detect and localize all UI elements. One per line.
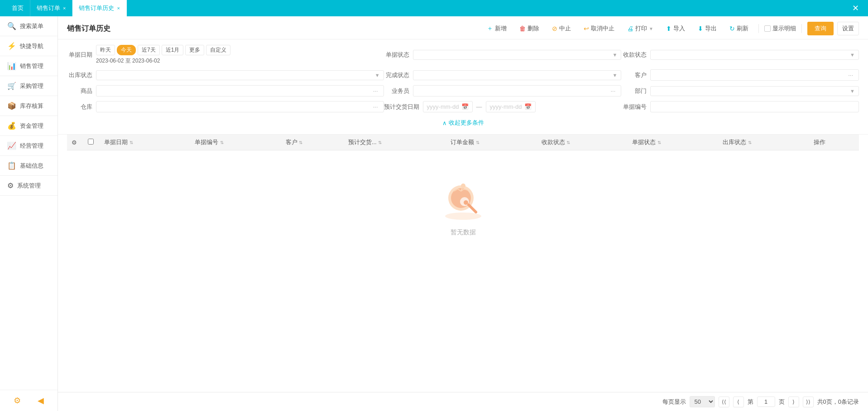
expected-date-start[interactable]: yyyy-mm-dd 📅: [423, 101, 473, 112]
outbound-status-select[interactable]: ▼: [96, 70, 384, 80]
tab-home[interactable]: 首页: [5, 0, 30, 16]
goods-input[interactable]: [100, 87, 369, 94]
window-close-button[interactable]: ✕: [849, 3, 863, 13]
bill-no-input[interactable]: [650, 101, 859, 112]
sidebar-item-ops-mgmt[interactable]: 📈 经营管理: [0, 136, 58, 156]
purchase-mgmt-icon: 🛒: [7, 82, 16, 90]
sidebar-item-sys-mgmt[interactable]: ⚙ 系统管理: [0, 176, 58, 196]
sidebar-settings-icon[interactable]: ⚙: [14, 396, 21, 406]
th-order-amount[interactable]: 订单金额 ⇅: [446, 135, 537, 150]
customer-ellipsis-icon[interactable]: ···: [846, 72, 855, 78]
sidebar-item-quick-nav-label: 快捷导航: [20, 42, 43, 50]
th-bill-date[interactable]: 单据日期 ⇅: [100, 135, 190, 150]
th-bill-no-label: 单据编号: [195, 139, 218, 145]
sidebar-collapse-icon[interactable]: ◀: [38, 396, 44, 406]
receipt-status-select[interactable]: ▼: [650, 50, 859, 60]
tab-sales-order[interactable]: 销售订单 ×: [30, 0, 72, 16]
dept-select[interactable]: ▼: [650, 86, 859, 96]
th-bill-no[interactable]: 单据编号 ⇅: [190, 135, 281, 150]
salesperson-ellipsis-icon[interactable]: ···: [609, 87, 617, 94]
th-outbound-status[interactable]: 出库状态 ⇅: [718, 135, 809, 150]
refresh-icon: ↻: [729, 25, 735, 32]
expected-date-start-text: yyyy-mm-dd: [427, 103, 459, 110]
import-label: 导入: [673, 24, 685, 33]
page-input[interactable]: [757, 396, 775, 407]
sidebar-item-inventory-mgmt[interactable]: 📦 库存核算: [0, 96, 58, 116]
main-layout: 🔍 搜索菜单 ⚡ 快捷导航 📊 销售管理 🛒 采购管理 📦 库存核算 💰 资金管…: [0, 16, 868, 411]
warehouse-ellipsis-icon[interactable]: ···: [371, 103, 380, 110]
expected-date-range: yyyy-mm-dd 📅 — yyyy-mm-dd 📅: [423, 101, 536, 112]
query-button[interactable]: 查询: [807, 22, 834, 35]
dept-chevron: ▼: [850, 88, 855, 94]
print-dropdown-icon: ▼: [649, 26, 653, 31]
sort-outbound-status-icon: ⇅: [748, 140, 752, 145]
add-button[interactable]: ＋ 新增: [482, 22, 511, 35]
complete-status-label: 完成状态: [384, 71, 409, 79]
export-button[interactable]: ⬇ 导出: [693, 22, 721, 35]
stop-icon: ⊘: [552, 25, 557, 32]
sidebar-item-sales-mgmt[interactable]: 📊 销售管理: [0, 56, 58, 76]
collapse-row[interactable]: ∧ 收起更多条件: [67, 117, 859, 129]
prev-page-button[interactable]: ⟨: [733, 396, 744, 407]
date-btn-today[interactable]: 今天: [117, 45, 136, 55]
sidebar-item-search-menu[interactable]: 🔍 搜索菜单: [0, 16, 58, 36]
next-page-button[interactable]: ⟩: [788, 396, 799, 407]
outbound-status-label: 出库状态: [67, 71, 92, 79]
bill-status-select[interactable]: ▼: [413, 50, 622, 60]
settings-icon[interactable]: ⚙: [72, 139, 77, 146]
sidebar-item-purchase-mgmt[interactable]: 🛒 采购管理: [0, 76, 58, 96]
cancel-stop-button[interactable]: ↩ 取消中止: [579, 22, 619, 35]
date-range-display: 2023-06-02 至 2023-06-02: [96, 57, 230, 65]
sidebar-item-quick-nav[interactable]: ⚡ 快捷导航: [0, 36, 58, 56]
sidebar-item-purchase-mgmt-label: 采购管理: [20, 82, 43, 90]
customer-input-container[interactable]: ···: [650, 69, 859, 81]
tab-sales-order-label: 销售订单: [37, 4, 60, 12]
th-receipt-status-label: 收款状态: [542, 139, 565, 145]
warehouse-input[interactable]: [100, 103, 369, 110]
sidebar-item-fund-mgmt[interactable]: 💰 资金管理: [0, 116, 58, 136]
complete-status-select[interactable]: ▼: [413, 70, 622, 80]
goods-ellipsis-icon[interactable]: ···: [371, 87, 380, 94]
th-expected-date[interactable]: 预计交货... ⇅: [344, 135, 446, 150]
th-customer[interactable]: 客户 ⇅: [281, 135, 344, 150]
calendar-start-icon[interactable]: 📅: [461, 103, 469, 110]
select-all-checkbox[interactable]: [88, 139, 94, 145]
th-receipt-status[interactable]: 收款状态 ⇅: [537, 135, 628, 150]
settings-button[interactable]: 设置: [837, 22, 859, 35]
receipt-status-chevron: ▼: [850, 52, 855, 58]
per-page-select[interactable]: 50 10 20 100: [690, 396, 715, 407]
date-btn-custom[interactable]: 自定义: [206, 45, 230, 55]
tab-sales-order-history-close[interactable]: ×: [117, 5, 120, 11]
date-btn-yesterday[interactable]: 昨天: [96, 45, 115, 55]
stop-button[interactable]: ⊘ 中止: [547, 22, 575, 35]
display-detail-label: 显示明细: [764, 24, 796, 33]
date-btn-more[interactable]: 更多: [185, 45, 204, 55]
refresh-button[interactable]: ↻ 刷新: [725, 22, 753, 35]
toolbar: ＋ 新增 🗑 删除 ⊘ 中止 ↩ 取消中止 🖨 打印: [482, 22, 859, 35]
import-button[interactable]: ⬆ 导入: [662, 22, 690, 35]
date-btn-7days[interactable]: 近7天: [138, 45, 160, 55]
sidebar-item-basic-info[interactable]: 📋 基础信息: [0, 156, 58, 176]
display-detail-checkbox[interactable]: [764, 25, 771, 32]
salesperson-input-container[interactable]: ···: [413, 85, 622, 97]
warehouse-input-container[interactable]: ···: [96, 101, 384, 112]
bill-status-label: 单据状态: [384, 51, 409, 59]
expected-date-end[interactable]: yyyy-mm-dd 📅: [486, 101, 536, 112]
tab-sales-order-close[interactable]: ×: [63, 5, 66, 11]
customer-label: 客户: [621, 71, 647, 79]
first-page-button[interactable]: ⟨⟨: [719, 396, 729, 407]
delete-button[interactable]: 🗑 删除: [515, 22, 544, 35]
th-settings: ⚙: [67, 135, 83, 150]
display-detail-text: 显示明细: [772, 24, 796, 33]
tab-sales-order-history[interactable]: 销售订单历史 ×: [72, 0, 126, 16]
print-button[interactable]: 🖨 打印 ▼: [623, 22, 658, 35]
last-page-button[interactable]: ⟩⟩: [803, 396, 814, 407]
customer-input[interactable]: [654, 72, 844, 78]
calendar-end-icon[interactable]: 📅: [524, 103, 532, 110]
salesperson-input[interactable]: [417, 87, 607, 94]
goods-input-container[interactable]: ···: [96, 85, 384, 97]
bill-date-controls: 昨天 今天 近7天 近1月 更多 自定义 2023-06-02 至 2023-0…: [96, 45, 230, 65]
th-checkbox: [83, 135, 100, 150]
date-btn-1month[interactable]: 近1月: [162, 45, 184, 55]
th-bill-status[interactable]: 单据状态 ⇅: [628, 135, 718, 150]
